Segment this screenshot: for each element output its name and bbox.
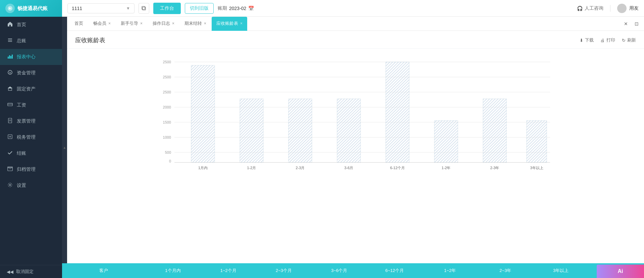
chevron-down-icon: ▼ — [126, 6, 130, 11]
table-header-cell-8: 3年以上 — [533, 268, 589, 274]
sidebar-item-checkout[interactable]: 结账 — [0, 145, 62, 161]
svg-text:2000: 2000 — [163, 105, 171, 109]
svg-rect-41 — [191, 65, 215, 162]
svg-text:1000: 1000 — [163, 135, 171, 139]
table-header-cell-7: 2~3年 — [478, 268, 533, 274]
svg-rect-5 — [8, 41, 12, 42]
table-header-cell-3: 2~3个月 — [256, 268, 311, 274]
user-area[interactable]: 用友 — [617, 4, 639, 13]
sidebar-item-ledger[interactable]: 总账 — [0, 33, 62, 49]
svg-text:1500: 1500 — [163, 120, 171, 124]
page-actions: ⬇ 下载 🖨 打印 ↻ 刷新 — [580, 37, 636, 43]
tab-oplog[interactable]: 操作日志× — [148, 17, 179, 31]
svg-text:2-3年: 2-3年 — [490, 166, 499, 170]
svg-text:500: 500 — [165, 150, 171, 154]
refresh-button[interactable]: ↻ 刷新 — [622, 37, 636, 43]
sidebar-item-settings[interactable]: 设置 — [0, 178, 62, 194]
tab-period-end[interactable]: 期末结转× — [180, 17, 211, 31]
tab-guide[interactable]: 新手引导× — [116, 17, 147, 31]
logo-icon — [5, 4, 15, 13]
sidebar-icon-assets — [7, 86, 13, 92]
svg-text:3年以上: 3年以上 — [530, 166, 543, 170]
tab-close-member[interactable]: × — [108, 21, 111, 26]
tab-label-oplog: 操作日志 — [153, 20, 170, 26]
sidebar-label-checkout: 结账 — [17, 150, 26, 156]
sidebar-icon-tax — [7, 134, 13, 141]
svg-rect-3 — [8, 39, 12, 39]
svg-rect-43 — [240, 99, 263, 162]
sidebar-scroll[interactable]: ▲ — [62, 17, 67, 278]
svg-text:2-3月: 2-3月 — [296, 166, 305, 170]
svg-rect-8 — [10, 56, 11, 59]
sidebar-label-archive: 归档管理 — [17, 166, 36, 172]
svg-rect-45 — [288, 99, 312, 162]
divider — [610, 5, 610, 12]
expand-tab-button[interactable]: ⊡ — [632, 19, 641, 28]
page-content: 应收账龄表 ⬇ 下载 🖨 打印 ↻ 刷新 — [67, 31, 644, 278]
svg-rect-47 — [337, 99, 361, 162]
chart-wrapper: 2500 2500 2500 2000 1500 1000 500 0 — [75, 55, 636, 176]
sidebar-label-tax: 税务管理 — [17, 134, 36, 140]
consult-button[interactable]: 🎧 人工咨询 — [577, 5, 603, 11]
table-header-cell-1: 1个月内 — [145, 268, 201, 274]
svg-rect-9 — [12, 55, 13, 59]
svg-rect-7 — [9, 55, 10, 59]
sidebar-label-home: 首页 — [17, 22, 26, 28]
ai-badge[interactable]: Ai — [597, 265, 644, 278]
tab-close-guide[interactable]: × — [140, 21, 143, 26]
sidebar-item-funds[interactable]: ¥ 资金管理 — [0, 65, 62, 81]
close-tab-button[interactable]: ✕ — [621, 19, 631, 28]
period-value: 2023-02 — [229, 6, 246, 11]
tab-label-aging: 应收账龄表 — [216, 20, 238, 26]
ai-label: Ai — [618, 268, 623, 274]
sidebar-item-reports[interactable]: 报表中心 — [0, 49, 62, 65]
sidebar-item-invoice[interactable]: 发票管理 — [0, 113, 62, 129]
print-button[interactable]: 🖨 打印 — [600, 37, 615, 43]
tab-close-period-end[interactable]: × — [204, 21, 206, 26]
company-name: 1111 — [72, 6, 123, 11]
sidebar-label-invoice: 发票管理 — [17, 118, 36, 124]
table-header-cell-4: 3~6个月 — [312, 268, 367, 274]
sidebar-label-salary: 工资 — [17, 102, 26, 108]
svg-text:6-12个月: 6-12个月 — [390, 166, 405, 170]
tab-aging[interactable]: 应收账龄表× — [212, 17, 247, 31]
tab-member[interactable]: 畅会员× — [89, 17, 115, 31]
avatar — [617, 4, 627, 13]
sidebar-item-archive[interactable]: 归档管理 — [0, 161, 62, 178]
period-info: 账期 2023-02 📅 — [218, 5, 254, 11]
svg-rect-15 — [8, 118, 12, 123]
sidebar-label-ledger: 总账 — [17, 38, 26, 44]
svg-rect-4 — [8, 40, 12, 41]
svg-text:0: 0 — [169, 159, 171, 163]
sidebar-item-assets[interactable]: 固定资产 — [0, 81, 62, 97]
copy-button[interactable] — [139, 3, 149, 14]
svg-point-24 — [9, 184, 11, 186]
pin-icon: ◀◀ — [7, 269, 13, 274]
svg-rect-13 — [8, 103, 12, 106]
sidebar-label-settings: 设置 — [17, 183, 26, 189]
sidebar-icon-salary — [7, 102, 13, 109]
tab-close-oplog[interactable]: × — [172, 21, 174, 26]
logo-text: 畅捷通易代账 — [17, 5, 48, 12]
company-selector[interactable]: 1111 ▼ — [67, 3, 135, 13]
switch-version-button[interactable]: 切到旧版 — [185, 3, 214, 14]
tab-close-aging[interactable]: × — [240, 21, 243, 26]
sidebar-icon-funds: ¥ — [7, 70, 13, 76]
cancel-fixed-button[interactable]: ◀◀ 取消固定 — [0, 265, 62, 278]
calendar-icon[interactable]: 📅 — [248, 6, 254, 11]
sidebar-item-home[interactable]: 首页 — [0, 17, 62, 33]
workbench-button[interactable]: 工作台 — [153, 3, 181, 14]
download-button[interactable]: ⬇ 下载 — [580, 37, 594, 43]
sidebar-icon-settings — [7, 182, 13, 189]
tab-home[interactable]: 首页 — [70, 17, 88, 31]
sidebar-item-salary[interactable]: 工资 — [0, 97, 62, 113]
bar-chart: 2500 2500 2500 2000 1500 1000 500 0 — [75, 55, 636, 176]
svg-text:1-2年: 1-2年 — [442, 166, 451, 170]
sidebar-icon-home — [7, 21, 13, 28]
svg-text:1-2月: 1-2月 — [247, 166, 256, 170]
sidebar-item-tax[interactable]: 税务管理 — [0, 129, 62, 145]
logo-area: 畅捷通易代账 — [0, 0, 62, 17]
refresh-icon: ↻ — [622, 38, 626, 43]
tabs-bar: 首页畅会员×新手引导×操作日志×期末结转×应收账龄表× ✕ ⊡ — [67, 17, 644, 31]
table-header-cell-6: 1~2年 — [422, 268, 478, 274]
